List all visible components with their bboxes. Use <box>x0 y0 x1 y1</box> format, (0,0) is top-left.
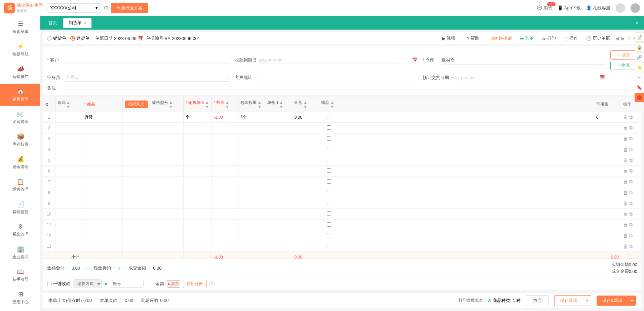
sidebar-item-sales[interactable]: 🏠 销售管理 <box>0 84 40 106</box>
spec-1[interactable] <box>150 112 183 123</box>
message-btn[interactable]: 💬 消息 99+ <box>537 5 552 11</box>
product-1[interactable]: 拆货 <box>82 112 122 123</box>
price-1[interactable] <box>265 112 292 123</box>
float-link-btn[interactable]: 🔗 <box>635 52 644 62</box>
nav-prev-icon[interactable]: ◀ <box>615 36 619 41</box>
settings-btn[interactable]: ⊙ 设置 <box>610 50 637 60</box>
tab-close-icon[interactable]: × <box>84 21 86 25</box>
account-dots[interactable]: ... <box>146 281 150 286</box>
sidebar-item-enterprise[interactable]: 🏢 企业协同 <box>0 241 40 264</box>
delivery-calendar-icon[interactable]: 📅 <box>600 75 605 80</box>
add-payment-btn[interactable]: ● 添加 <box>167 280 180 287</box>
gift-1[interactable] <box>319 112 339 123</box>
copy-icon[interactable]: ⧉ <box>629 200 633 206</box>
th-price[interactable]: 单价 ℹ▲▼ <box>265 97 292 112</box>
th-settings[interactable]: ⚙ <box>43 97 55 112</box>
save-draft-arrow-btn[interactable]: ▾ <box>583 295 591 306</box>
th-amount[interactable]: 金额▲▼ <box>292 97 319 112</box>
sidebar-item-guide[interactable]: 📖 新手引导 <box>0 264 40 286</box>
warehouse-input[interactable]: 建材仓 ... <box>442 56 605 65</box>
th-pack-qty[interactable]: 包装数量▲▼ <box>238 97 265 112</box>
sidebar-item-quick-nav[interactable]: ⚡ 快捷导航 <box>0 39 40 61</box>
radio-sales[interactable]: 销货单 <box>47 35 66 41</box>
copy-icon[interactable]: ⧉ <box>629 222 633 228</box>
barcode-1[interactable] <box>55 112 82 123</box>
float-star-btn[interactable]: ⭐ <box>635 63 644 72</box>
pack-qty-1[interactable]: 1个 <box>238 112 265 123</box>
delete-icon[interactable]: 🗑 <box>623 222 628 228</box>
delete-icon[interactable]: 🗑 <box>623 136 628 142</box>
nav-next-icon[interactable]: ▶ <box>621 36 625 41</box>
th-spec[interactable]: 规格型号▲▼ <box>150 97 183 112</box>
shortcut-btn[interactable]: ⌨ 快捷键 <box>489 34 515 42</box>
qty-1[interactable]: -1.00 <box>212 112 238 123</box>
history-btn[interactable]: 🕐 历史单据 <box>583 34 613 42</box>
sidebar-item-search[interactable]: ☰ 搜索菜单 <box>0 16 40 39</box>
float-lock-btn[interactable]: 🔒 <box>635 42 644 52</box>
float-alert-btn[interactable]: 🔴 <box>635 93 644 102</box>
delete-icon[interactable]: 🗑 <box>623 147 628 152</box>
logistics-btn[interactable]: + 物流 <box>610 61 637 70</box>
expense-btn[interactable]: 费用分摊 <box>183 280 206 288</box>
payment-calendar-icon[interactable]: 📅 <box>412 57 417 63</box>
operate-btn[interactable]: ⋮ 操作 <box>561 34 581 42</box>
remarks-input[interactable] <box>66 87 637 89</box>
th-unit[interactable]: * 销售单位▲▼ <box>183 97 212 112</box>
copy-icon[interactable]: ⧉ <box>629 168 633 174</box>
save-new-arrow-btn[interactable]: ▾ <box>628 296 636 306</box>
radio-return[interactable]: 退货单 <box>70 35 89 41</box>
experience-btn[interactable]: 体验行业方案 <box>111 3 148 13</box>
delete-icon[interactable]: 🗑 <box>623 158 628 163</box>
select-btn[interactable]: ☰ 选单 <box>517 34 536 42</box>
float-edit-btn[interactable]: ✏ <box>635 73 644 82</box>
payment-date-input[interactable]: yyyy-mm-dd 📅 <box>259 56 417 64</box>
tab-home[interactable]: 首页 <box>43 18 63 28</box>
one-click-payment-label[interactable]: 一键收款 <box>47 281 70 287</box>
discard-btn[interactable]: 放弃 <box>526 295 549 306</box>
th-barcode[interactable]: 条码▲▼ <box>55 97 82 112</box>
one-click-checkbox[interactable] <box>47 282 51 286</box>
sidebar-item-inventory[interactable]: 📦 库存核算 <box>0 129 40 151</box>
copy-icon[interactable]: ⧉ <box>629 211 633 217</box>
copy-icon[interactable]: ⧉ <box>629 136 633 142</box>
copy-icon[interactable]: ⧉ <box>629 125 633 131</box>
online-service-btn[interactable]: 👤 在线客服 <box>586 5 610 11</box>
customer-address-input[interactable]: ... <box>254 74 417 81</box>
debt-help-icon[interactable]: ? <box>119 298 123 303</box>
copy-icon[interactable]: ⧉ <box>629 243 633 249</box>
delete-icon[interactable]: 🗑 <box>623 179 628 185</box>
float-bookmark-btn[interactable]: 🔖 <box>635 83 644 92</box>
th-gift[interactable]: 赠品▲▼ <box>319 97 339 112</box>
delete-icon[interactable]: 🗑 <box>623 233 628 238</box>
sidebar-item-purchase[interactable]: 🛒 采购管理 <box>0 106 40 129</box>
cash-discount-help[interactable]: ? <box>118 266 120 271</box>
gift-checkbox-1[interactable] <box>327 115 331 119</box>
save-new-btn[interactable]: 保存&新增 <box>597 296 628 306</box>
copy-icon[interactable]: ⧉ <box>629 179 633 185</box>
sidebar-item-system[interactable]: ⚙ 系统管理 <box>0 219 40 241</box>
customer-input[interactable]: ... <box>66 56 229 64</box>
video-btn[interactable]: ▶ 视频 <box>440 34 458 42</box>
company-selector[interactable]: XXXXXX公司 ▾ <box>47 3 101 13</box>
scan-btn[interactable]: 扫码录入 <box>125 101 148 108</box>
tab-sales-order[interactable]: 销货单 × <box>63 18 91 28</box>
view-list-icon[interactable]: ≡ <box>628 35 631 41</box>
tab-bar-close-btn[interactable]: × <box>633 20 641 26</box>
product-type-icon[interactable]: ⊙ <box>488 298 491 303</box>
help-btn[interactable]: ? 帮助 <box>464 34 482 42</box>
copy-icon[interactable]: ⧉ <box>629 190 633 195</box>
th-qty[interactable]: * 数量▲▼ <box>212 97 238 112</box>
delete-icon[interactable]: 🗑 <box>623 125 628 131</box>
copy-icon[interactable]: ⧉ <box>629 157 633 163</box>
amount-1[interactable]: 0.00 <box>292 112 319 123</box>
sidebar-item-marketing[interactable]: 📣 营销推广 <box>0 61 40 84</box>
delivery-date-input[interactable]: yyyy-mm-dd 📅 <box>451 74 605 81</box>
delete-icon[interactable]: 🗑 <box>623 190 628 195</box>
payment-method-dots[interactable]: ▾ <box>105 281 107 287</box>
sidebar-item-finance[interactable]: 💰 资金管理 <box>0 151 40 174</box>
settings-gear-icon[interactable]: ⚙ <box>104 5 108 11</box>
delete-icon[interactable]: 🗑 <box>623 244 628 249</box>
sidebar-item-apps[interactable]: ⊞ 应用中心 <box>0 286 40 309</box>
payment-account-input[interactable] <box>110 280 144 288</box>
delete-icon[interactable]: 🗑 <box>623 168 628 174</box>
